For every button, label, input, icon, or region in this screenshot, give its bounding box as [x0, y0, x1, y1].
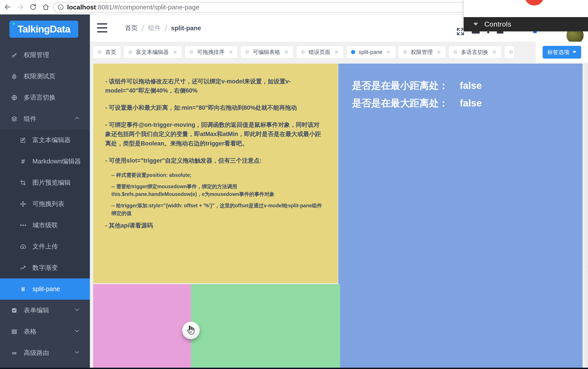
at-max-label: 是否是在最大距离处： [352, 98, 448, 108]
breadcrumb-home[interactable]: 首页 [125, 24, 138, 32]
sidebar-item-label: 权限测试页 [24, 72, 55, 81]
tab-dot [301, 50, 305, 54]
at-min-value: false [460, 80, 482, 91]
brand-text: TalkingData [18, 23, 70, 35]
tag-options-button[interactable]: 标签选项 [543, 46, 581, 59]
tab-label: 可拖拽排序 [197, 49, 225, 56]
chevron-down-icon [74, 328, 80, 335]
sidebar-item-label: 权限管理 [24, 51, 49, 60]
scrollbar-track[interactable] [583, 64, 588, 368]
hash-icon: # [19, 158, 27, 165]
tag-options-label: 标签选项 [548, 49, 569, 56]
chevron-up-icon [74, 115, 80, 123]
sidebar-item-label: 文件上传 [32, 242, 58, 251]
sidebar-item-number-gradient[interactable]: 数字渐变 [0, 257, 90, 278]
nested-right-pane [191, 284, 340, 368]
site-info-icon[interactable] [58, 4, 64, 10]
hand-cursor-icon [185, 325, 196, 335]
globe-icon [10, 94, 18, 101]
url-host: localhost [67, 3, 96, 11]
tab-split-pane[interactable]: split-pane [346, 46, 396, 59]
doc-subparagraph: -- 样式需要设置position: absolute; [111, 171, 322, 179]
sidebar-item-rich-text-editor[interactable]: 富文本编辑器 [0, 129, 90, 151]
close-icon[interactable] [492, 50, 497, 54]
sidebar-item-table[interactable]: 表格 [0, 321, 90, 342]
infinity-icon: ∞ [10, 349, 18, 357]
components-submenu: 富文本编辑器 # Markdown编辑器 图片预览编辑 可拖拽列表 ⋯ 城市级联 [0, 129, 90, 300]
sidebar-item-advanced-router[interactable]: ∞ 高级路由 [0, 342, 90, 364]
tab-label: 错误页面 [309, 49, 330, 56]
sidebar-item-markdown-editor[interactable]: # Markdown编辑器 [0, 151, 90, 172]
forward-button[interactable] [15, 2, 25, 12]
tab-error-page[interactable]: 错误页面 [296, 46, 344, 59]
reload-button[interactable] [28, 2, 38, 12]
close-icon[interactable] [386, 50, 391, 54]
compose-icon [19, 136, 27, 144]
screen: localhost:8081/#/component/split-pane-pa… [0, 0, 588, 369]
cloud-upload-icon [19, 243, 27, 250]
sidebar-item-permission-test[interactable]: 权限测试页 [0, 66, 90, 87]
tab-editable-table[interactable]: 可编辑表格 [240, 46, 293, 59]
sidebar-item-label: 数字渐变 [32, 264, 58, 272]
doc-paragraph: - 可使用slot="trigger"自定义拖动触发器，但有三个注意点: [105, 156, 322, 165]
sidebar-item-form-edit[interactable]: 表单编辑 [0, 300, 90, 321]
hidden-icon-fragment [487, 31, 489, 33]
tag-options-panel: 标签选项 [536, 42, 588, 62]
sidebar-menu: 权限管理 权限测试页 多语言切换 组件 富文本编辑器 [0, 44, 90, 364]
sidebar-item-label: 组件 [24, 114, 36, 123]
sidebar-item-label: 表单编辑 [24, 306, 49, 315]
breadcrumb: 首页 组件 split-pane [125, 14, 201, 42]
tab-home[interactable]: 首页 [93, 46, 121, 59]
hidden-icon-fragment [472, 31, 480, 34]
tab-dot [509, 50, 513, 54]
recorder-controls-bar[interactable]: Controls [464, 17, 588, 31]
sidebar-item-components[interactable]: 组件 [0, 108, 90, 129]
close-icon[interactable] [229, 50, 233, 54]
sidebar-item-i18n[interactable]: 多语言切换 [0, 87, 90, 108]
recorder-overlay: Controls [463, 0, 588, 31]
split-pane-trigger[interactable] [182, 322, 200, 339]
tab-dot [453, 50, 457, 54]
close-icon[interactable] [173, 50, 177, 54]
close-icon[interactable] [334, 50, 339, 54]
sidebar-item-split-pane[interactable]: split-pane [0, 278, 90, 300]
table-icon [10, 328, 18, 335]
hidden-icon-fragment [497, 31, 503, 34]
chevron-down-icon [74, 307, 80, 314]
tab-label: 富文本编辑器 [136, 49, 169, 56]
close-icon[interactable] [284, 50, 289, 54]
caret-down-icon [572, 51, 576, 53]
split-pane-demo: - 该组件可以拖动修改左右尺寸，还可以绑定v-model来设置，如设置v-mod… [90, 62, 588, 368]
tab-label: 可编辑表格 [253, 49, 280, 56]
brand-logo[interactable]: TalkingData [10, 20, 78, 38]
back-button[interactable] [3, 2, 13, 12]
open-tabs-bar: 首页 富文本编辑器 可拖拽排序 可编辑表格 错误页面 split-pane [90, 42, 588, 62]
sidebar-item-label: 高级路由 [24, 348, 49, 357]
at-min-line: 是否是在最小距离处：false [352, 77, 583, 94]
sidebar-item-file-upload[interactable]: 文件上传 [0, 236, 90, 257]
tab-label: 权限管理 [411, 49, 433, 56]
at-min-label: 是否是在最小距离处： [352, 80, 448, 91]
reload-icon [29, 3, 37, 11]
tab-dot [189, 50, 194, 54]
tab-clipped[interactable] [504, 46, 514, 59]
tab-draggable-sort[interactable]: 可拖拽排序 [185, 46, 238, 59]
tab-dot [245, 50, 249, 54]
sidebar-item-image-crop[interactable]: 图片预览编辑 [0, 172, 90, 193]
home-button[interactable] [41, 2, 51, 12]
logo-dot-icon [12, 22, 15, 25]
close-icon[interactable] [437, 50, 441, 54]
back-icon [4, 3, 11, 11]
tab-permission[interactable]: 权限管理 [398, 46, 446, 59]
hidden-icon-fragment [533, 31, 537, 33]
sidebar-item-permission-管理[interactable]: 权限管理 [0, 44, 90, 66]
breadcrumb-separator [164, 25, 167, 31]
move-icon [19, 200, 27, 208]
layers-icon [10, 115, 18, 123]
sidebar-item-city-cascader[interactable]: ⋯ 城市级联 [0, 215, 90, 236]
tab-rich-text-editor[interactable]: 富文本编辑器 [124, 46, 182, 59]
menu-toggle-button[interactable] [97, 23, 107, 32]
pause-icon [19, 286, 27, 293]
sidebar-item-draggable-list[interactable]: 可拖拽列表 [0, 193, 90, 215]
tab-i18n[interactable]: 多语言切换 [448, 46, 501, 59]
